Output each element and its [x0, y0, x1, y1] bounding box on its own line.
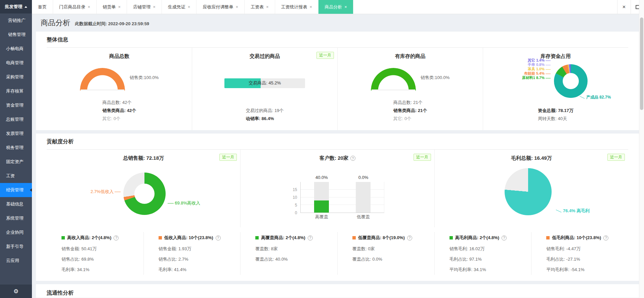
- sidebar-item-purchase[interactable]: 采购管理: [0, 70, 32, 84]
- traded-progress-bar: 交易商品: 45.2%: [224, 78, 305, 88]
- help-icon[interactable]: ?: [350, 156, 355, 161]
- stat-row: 交易过的商品: 19个: [246, 107, 284, 115]
- stat-row: 销售占比: 2.7%: [159, 254, 237, 264]
- sidebar-item-sales-mgmt[interactable]: 销售管理: [0, 28, 32, 42]
- sidebar-item-xiaochang-ecom[interactable]: 小畅电商: [0, 42, 32, 56]
- bar-value-label: 0.0%: [356, 175, 371, 180]
- tab-label: 工资表: [251, 4, 264, 10]
- sidebar-item-invoice[interactable]: 发票管理: [0, 126, 32, 141]
- panel-stocked-products: 有库存的商品 销售类:100.0% 商品总数: 21个 销售类商品: 21个 其…: [337, 48, 483, 130]
- panel-title: 有库存的商品: [395, 53, 425, 60]
- tab-close-icon[interactable]: ×: [344, 4, 347, 9]
- contribution-card: 贡献度分析 总销售额: 72.18万 近一月 2.7%低收入 69.8%高收入: [36, 134, 639, 281]
- tab-product-analysis[interactable]: 商品分析 ×: [318, 0, 353, 14]
- low-income-label: 2.7%低收入: [91, 189, 121, 195]
- stat-col-title: 低收入商品: 10个(23.8%): [164, 235, 213, 241]
- tabbar-spacer: [353, 0, 617, 14]
- tab-payroll-sheet[interactable]: 工资表 ×: [245, 0, 275, 14]
- tab-close-icon[interactable]: ×: [88, 4, 90, 9]
- stat-row: 销售金额: 50.41万: [61, 244, 140, 254]
- tab-bar: 首页 门店商品目录 × 销货单 × 店铺管理 × 生成凭证 × 应收应付调整单 …: [32, 0, 644, 14]
- stocked-products-stats: 商品总数: 21个 销售类商品: 21个 其它: 0个: [393, 99, 427, 123]
- liquidity-section-title: 流通性分析: [47, 290, 628, 298]
- tab-home[interactable]: 首页: [32, 0, 53, 14]
- contribution-charts: 总销售额: 72.18万 近一月 2.7%低收入 69.8%高收入: [47, 150, 628, 227]
- bar-plot-area: 40.0%高覆盖0.0%低覆盖: [300, 182, 384, 213]
- overview-section-title: 整体信息: [47, 36, 628, 48]
- traded-products-progress-chart: 交易商品: 45.2%: [196, 60, 334, 107]
- help-icon[interactable]: ?: [603, 235, 608, 240]
- page-header: 商品分析 此数据截止时间: 2022-09-20 23:59:59: [32, 14, 644, 32]
- chart-title: 总销售额: 72.18万: [123, 155, 164, 161]
- bar-x-label: 高覆盖: [314, 214, 329, 220]
- sidebar-item-business-mgmt[interactable]: 经营管理: [0, 183, 32, 197]
- donut-slice-labels: 其它 1.4% 手串 0.8% 茶具 1.0% 布娃娃 5.4% 原材料1 8.…: [500, 58, 551, 80]
- sidebar-item-funds[interactable]: 资金管理: [0, 98, 32, 112]
- tab-close-icon[interactable]: ×: [235, 4, 238, 9]
- tab-label: 销货单: [103, 4, 116, 10]
- sidebar-item-cloud-apps[interactable]: 云应用: [0, 254, 32, 268]
- tab-close-icon[interactable]: ×: [188, 4, 190, 9]
- sidebar-item-enterprise-collab[interactable]: 企业协同: [0, 225, 32, 239]
- bar-track: [356, 182, 371, 213]
- stat-row: 其它: 0个: [102, 115, 136, 123]
- help-icon[interactable]: ?: [114, 235, 119, 240]
- stat-row: 销售占比: 69.8%: [61, 254, 140, 264]
- tab-label: 商品分析: [325, 4, 342, 10]
- sidebar-header-label: 批发管理: [5, 4, 23, 10]
- sidebar-item-marketing[interactable]: 营销推广: [0, 13, 32, 28]
- bar-y-axis: 051015: [290, 182, 298, 213]
- sidebar-item-inventory[interactable]: 库存核算: [0, 84, 32, 98]
- gear-icon: ⚙: [13, 288, 18, 295]
- page-title: 商品分析: [41, 18, 70, 28]
- gridline: [301, 189, 384, 190]
- contribution-stat-columns: 高收入商品: 2个(4.8%) ? 销售金额: 50.41万 销售占比: 69.…: [47, 232, 628, 281]
- help-icon[interactable]: ?: [407, 235, 412, 240]
- tab-close-icon[interactable]: ×: [310, 4, 312, 9]
- tab-shop-mgmt[interactable]: 店铺管理 ×: [127, 0, 162, 14]
- finished-goods-callout: 产成品 82.7%: [579, 95, 611, 100]
- bar-fill: [314, 200, 329, 213]
- tab-payroll-report[interactable]: 工资统计报表 ×: [275, 0, 319, 14]
- tab-label: 生成凭证: [168, 4, 185, 10]
- tab-ap-ar-adjust[interactable]: 应收应付调整单 ×: [197, 0, 245, 14]
- help-icon[interactable]: ?: [308, 235, 313, 240]
- tab-store-catalog[interactable]: 门店商品目录 ×: [53, 0, 97, 14]
- tab-close-icon[interactable]: ×: [118, 4, 121, 9]
- slice-label: 其它 1.4%: [500, 58, 551, 63]
- panel-total-products: 商品总数 销售类:100.0% 商品总数: 42个 销售类商品: 42个 其它:…: [47, 48, 192, 130]
- slice-label: 布娃娃 5.4%: [500, 71, 551, 76]
- total-sales-donut: [123, 173, 166, 215]
- sidebar-item-system[interactable]: 系统管理: [0, 211, 32, 225]
- stat-row: 商品总数: 42个: [102, 99, 136, 107]
- tab-close-icon[interactable]: ×: [266, 4, 269, 9]
- recent-month-badge: 近一月: [219, 154, 237, 161]
- contribution-section-title: 贡献度分析: [47, 138, 628, 150]
- sidebar-item-ledger[interactable]: 总账管理: [0, 112, 32, 126]
- close-all-tabs-button[interactable]: ×: [617, 0, 631, 14]
- sidebar-settings-button[interactable]: ⚙: [0, 285, 32, 298]
- help-icon[interactable]: ?: [216, 235, 221, 240]
- stat-col-title: 低覆盖商品: 8个(19.0%): [358, 235, 405, 241]
- scrollbar-thumb[interactable]: [640, 17, 643, 110]
- stat-row: 销售类商品: 42个: [102, 107, 136, 115]
- sidebar-item-fixed-assets[interactable]: 固定资产: [0, 155, 32, 169]
- help-icon[interactable]: ?: [502, 235, 507, 240]
- sidebar-item-payroll[interactable]: 工资: [0, 169, 32, 183]
- tab-sales-order[interactable]: 销货单 ×: [97, 0, 127, 14]
- sidebar-item-ecom-mgmt[interactable]: 电商管理: [0, 56, 32, 70]
- stat-row: 覆盖数: 8家: [255, 244, 334, 254]
- sidebar-header-wholesale[interactable]: 批发管理: [0, 0, 32, 13]
- tab-generate-voucher[interactable]: 生成凭证 ×: [162, 0, 197, 14]
- sidebar-item-tax[interactable]: 税务管理: [0, 141, 32, 155]
- green-square-icon: [255, 236, 259, 239]
- sidebar-item-newbie-guide[interactable]: 新手引导: [0, 239, 32, 254]
- tab-label: 工资统计报表: [281, 4, 307, 10]
- sidebar-item-basic-info[interactable]: 基础信息: [0, 197, 32, 211]
- stocked-products-gauge-chart: 销售类:100.0%: [341, 60, 479, 99]
- stat-row: 销售毛利: -4.47万: [546, 244, 625, 254]
- close-icon: ×: [622, 4, 626, 10]
- gross-profit-pie: [505, 168, 552, 215]
- tab-close-icon[interactable]: ×: [153, 4, 156, 9]
- stat-row: 毛利率: 34.1%: [61, 264, 140, 275]
